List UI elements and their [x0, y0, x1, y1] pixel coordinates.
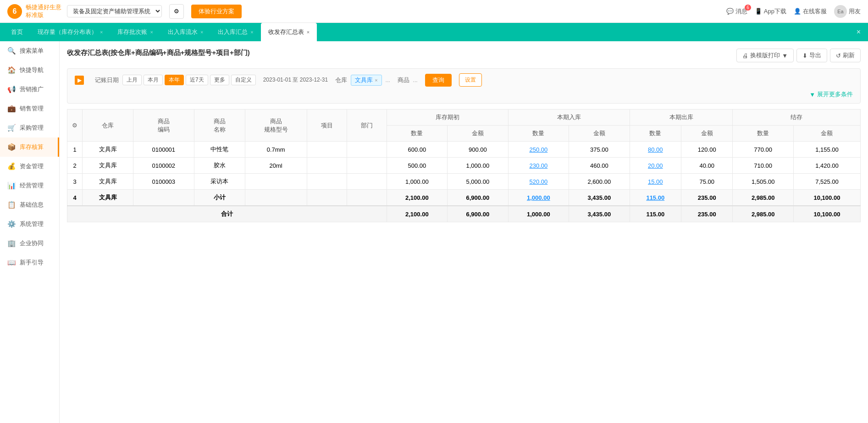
settings-icon-btn[interactable]: ⚙: [169, 4, 184, 19]
tab-inout-summary[interactable]: 出入库汇总 ×: [210, 23, 260, 41]
cell-out-qty: 115.00: [630, 190, 681, 206]
warehouse-more-link[interactable]: ...: [386, 77, 390, 83]
page-header-row: 收发存汇总表(按仓库+商品编码+商品+规格型号+项目+部门) 🖨 换模版打印 ▼…: [67, 49, 861, 65]
sidebar-item-sales[interactable]: 💼 销售管理: [0, 99, 59, 118]
page-area: 收发存汇总表(按仓库+商品编码+商品+规格型号+项目+部门) 🖨 换模版打印 ▼…: [60, 41, 868, 423]
cell-spec: 0.7mm: [245, 142, 307, 158]
btn-last-month[interactable]: 上月: [122, 75, 142, 85]
cell-code: [133, 190, 194, 206]
table-container: ⚙ 仓库 商品编码 商品名称 商品规格型号 项目 部门 库存期初 本期入库 本期…: [67, 109, 861, 222]
total-label: 合计: [67, 206, 387, 222]
gear-icon[interactable]: ⚙: [72, 122, 77, 129]
user-area[interactable]: Ea 用友: [834, 5, 861, 18]
service-icon: 👤: [794, 8, 801, 15]
sidebar-item-basic-info[interactable]: 📋 基础信息: [0, 195, 59, 214]
main-content: 🔍 搜索菜单 🏠 快捷导航 📢 营销推广 💼 销售管理 🛒 采购管理 📦 库存核…: [0, 41, 868, 423]
print-button[interactable]: 🖨 换模版打印 ▼: [736, 49, 794, 62]
table-row: 4 文具库 小计 2,100.00 6,900.00 1,000.00 3,43…: [67, 190, 861, 206]
expand-conditions-btn[interactable]: ▼ 展开更多条件: [809, 90, 853, 99]
cell-in-qty[interactable]: 250.00: [508, 142, 569, 158]
th-project: 项目: [307, 110, 347, 142]
th-opening-stock: 库存期初: [387, 110, 508, 126]
guide-icon: 📖: [7, 258, 16, 267]
cell-out-qty[interactable]: 80.00: [630, 142, 681, 158]
cell-open-amt: 6,900.00: [448, 190, 509, 206]
marketing-icon: 📢: [7, 85, 16, 93]
tab-inout-flow[interactable]: 出入库流水 ×: [160, 23, 210, 41]
tab-inout-flow-close[interactable]: ×: [200, 29, 203, 35]
message-icon: 💬: [726, 8, 734, 15]
goods-more-link[interactable]: ...: [413, 77, 418, 83]
cell-warehouse: 文具库: [83, 174, 133, 190]
online-service-btn[interactable]: 👤 在线客服: [794, 7, 827, 16]
refresh-button[interactable]: ↺ 刷新: [830, 49, 861, 62]
tab-inout-summary-close[interactable]: ×: [250, 29, 253, 35]
warehouse-tag-close[interactable]: ×: [375, 77, 377, 83]
export-button[interactable]: ⬇ 导出: [796, 49, 827, 62]
tab-home[interactable]: 首页: [4, 23, 30, 41]
system-select[interactable]: 装备及固定资产辅助管理系统: [67, 5, 162, 17]
sidebar-item-operations[interactable]: 📊 经营管理: [0, 176, 59, 195]
tab-recv-send-close[interactable]: ×: [307, 29, 310, 35]
cell-seq: 3: [67, 174, 83, 190]
sidebar-item-inventory[interactable]: 📦 库存核算: [0, 137, 59, 157]
total-in-amt: 3,435.00: [569, 206, 630, 222]
th-settings[interactable]: ⚙: [67, 110, 83, 142]
tab-inventory-dist[interactable]: 现存量（库存分布表） ×: [30, 23, 110, 41]
tab-inventory-dist-close[interactable]: ×: [100, 29, 103, 35]
cell-in-qty[interactable]: 230.00: [508, 158, 569, 174]
expand-down-icon: ▼: [809, 91, 815, 98]
sidebar-item-enterprise[interactable]: 🏢 企业协同: [0, 234, 59, 253]
total-in-qty: 1,000.00: [508, 206, 569, 222]
query-button[interactable]: 查询: [425, 74, 452, 87]
app-download-btn[interactable]: 📱 App下载: [755, 7, 786, 16]
sidebar-item-guide[interactable]: 📖 新手引导: [0, 253, 59, 272]
tab-batch[interactable]: 库存批次账 ×: [110, 23, 160, 41]
cell-out-qty[interactable]: 15.00: [630, 174, 681, 190]
system-icon: ⚙️: [7, 220, 16, 228]
btn-custom[interactable]: 自定义: [231, 75, 256, 85]
tab-recv-send[interactable]: 收发存汇总表 ×: [261, 23, 317, 41]
data-table: ⚙ 仓库 商品编码 商品名称 商品规格型号 项目 部门 库存期初 本期入库 本期…: [67, 109, 861, 222]
sidebar-item-search[interactable]: 🔍 搜索菜单: [0, 41, 59, 60]
th-in-amt: 金额: [569, 126, 630, 142]
all-tabs-close[interactable]: ×: [853, 28, 864, 36]
cell-name: 小计: [194, 190, 245, 206]
cell-out-qty[interactable]: 20.00: [630, 158, 681, 174]
cell-in-qty[interactable]: 520.00: [508, 174, 569, 190]
sidebar-item-system-label: 系统管理: [20, 220, 44, 228]
cell-bal-qty: 1,505.00: [733, 174, 794, 190]
warehouse-filter-label: 仓库: [335, 76, 347, 84]
inventory-icon: 📦: [7, 143, 16, 151]
btn-7days[interactable]: 近7天: [186, 75, 208, 85]
goods-filter-item: 商品 ...: [398, 76, 418, 84]
cell-dept: [347, 142, 387, 158]
collapse-arrow-btn[interactable]: ▶: [75, 76, 84, 85]
btn-this-year[interactable]: 本年: [165, 75, 184, 85]
cell-open-qty: 600.00: [387, 142, 448, 158]
th-warehouse: 仓库: [83, 110, 133, 142]
total-open-qty: 2,100.00: [387, 206, 448, 222]
export-icon: ⬇: [802, 52, 807, 59]
cell-open-amt: 1,000.00: [448, 158, 509, 174]
sidebar-item-marketing[interactable]: 📢 营销推广: [0, 80, 59, 99]
th-period-out: 本期出库: [630, 110, 733, 126]
column-settings-button[interactable]: 设置: [459, 73, 482, 87]
btn-more[interactable]: 更多: [210, 75, 229, 85]
sidebar-item-finance[interactable]: 💰 资金管理: [0, 157, 59, 176]
btn-this-month[interactable]: 本月: [144, 75, 163, 85]
warehouse-tag[interactable]: 文具库 ×: [351, 75, 381, 86]
sidebar-item-system[interactable]: ⚙️ 系统管理: [0, 214, 59, 234]
sidebar-item-purchase[interactable]: 🛒 采购管理: [0, 118, 59, 137]
cell-bal-amt: 10,100.00: [793, 190, 860, 206]
cell-seq: 1: [67, 142, 83, 158]
table-row: 3 文具库 0100003 采访本 1,000.00 5,000.00 520.…: [67, 174, 861, 190]
tab-batch-close[interactable]: ×: [150, 29, 153, 35]
cell-spec: [245, 174, 307, 190]
sidebar-item-purchase-label: 采购管理: [20, 124, 44, 132]
sidebar-item-quick-nav[interactable]: 🏠 快捷导航: [0, 60, 59, 80]
trial-button[interactable]: 体验行业方案: [191, 5, 242, 18]
cell-out-amt: 75.00: [681, 174, 733, 190]
message-btn[interactable]: 💬 消息 6: [726, 7, 747, 16]
sidebar-item-enterprise-label: 企业协同: [20, 239, 44, 247]
